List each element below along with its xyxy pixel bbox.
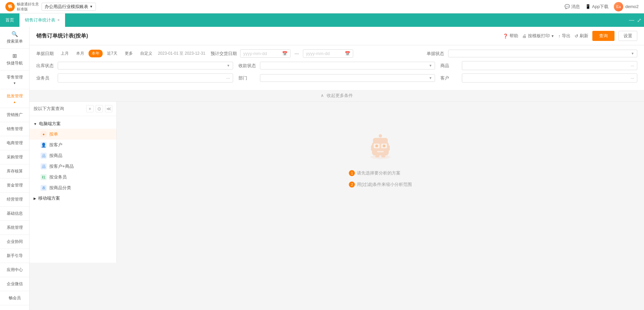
- collapse-bar[interactable]: ∧ 收起更多条件: [30, 90, 644, 101]
- sidebar-item-inventory[interactable]: 库存核算: [0, 164, 29, 178]
- tree-child-by-category[interactable]: 表 按商品分类: [30, 183, 116, 193]
- sidebar-item-system[interactable]: 系统管理: [0, 221, 29, 235]
- ship-status-select[interactable]: ▼: [58, 62, 233, 69]
- page-title: 销售订单统计表(按单): [36, 33, 88, 40]
- tree-arrow-icon: ▼: [34, 122, 37, 126]
- sidebar-item-enterprise[interactable]: 企业协同: [0, 235, 29, 249]
- page-actions: ❓ 帮助 🖨 按模板打印 ▼ ↑ 导出 ↺ 刷新 查询 设置: [503, 31, 637, 41]
- search-icon: 🔍: [11, 31, 18, 37]
- tree-child-by-customer[interactable]: 👤 按客户: [30, 140, 116, 150]
- tree-child-by-product[interactable]: 品 按商品: [30, 150, 116, 161]
- sidebar-item-basic[interactable]: 基础信息: [0, 207, 29, 221]
- app-download-btn[interactable]: 📱 App下载: [585, 4, 608, 10]
- doc-status-select[interactable]: ▼: [448, 50, 637, 57]
- btn-custom[interactable]: 自定义: [137, 50, 155, 57]
- sidebar-item-sales[interactable]: 销售管理: [0, 122, 29, 136]
- by-customer-product-icon: 品: [41, 163, 47, 169]
- by-category-icon: 表: [41, 185, 47, 191]
- sidebar-item-wholesale[interactable]: 批发管理 ▲: [0, 89, 29, 108]
- print-chevron-icon: ▼: [551, 34, 554, 38]
- settings-button[interactable]: 设置: [619, 31, 637, 41]
- by-customer-icon: 👤: [41, 142, 47, 148]
- tab-bar-actions: — ⤢: [629, 17, 644, 23]
- chevron-down-icon: ▼: [429, 64, 432, 67]
- tree-parent-mobile[interactable]: ▶ 移动端方案: [30, 193, 116, 203]
- btn-this-year[interactable]: 本年: [89, 50, 103, 57]
- sidebar-item-operations[interactable]: 经营管理: [0, 193, 29, 207]
- collapse-panel-icon[interactable]: ≪: [105, 105, 112, 112]
- expected-date-start[interactable]: yyyy-mm-dd 📅: [240, 49, 290, 58]
- sidebar-item-wechat[interactable]: 企业微信: [0, 277, 29, 291]
- salesman-label: 业务员: [36, 75, 55, 81]
- sidebar-item-ecommerce[interactable]: 电商管理: [0, 136, 29, 150]
- sidebar-item-purchase[interactable]: 采购管理: [0, 150, 29, 164]
- avatar: Ea: [614, 2, 623, 11]
- ship-status-label: 出库状态: [36, 63, 55, 69]
- department-select[interactable]: ▼: [260, 74, 435, 82]
- page-header: 销售订单统计表(按单) ❓ 帮助 🖨 按模板打印 ▼ ↑ 导出 ↺ 刷新: [30, 27, 644, 45]
- tab-minimize-icon[interactable]: —: [629, 17, 634, 23]
- customer-input[interactable]: ···: [462, 73, 637, 83]
- help-btn[interactable]: ❓ 帮助: [503, 33, 518, 39]
- svg-point-12: [379, 134, 382, 138]
- customer-label: 客户: [440, 75, 459, 81]
- tab-home[interactable]: 首页: [0, 13, 19, 27]
- svg-point-0: [370, 155, 390, 159]
- filter-panel: 单据日期 上月 本月 本年 近7天 更多 自定义 2023-01-01 至 20…: [30, 45, 644, 90]
- export-btn[interactable]: ↑ 导出: [558, 33, 571, 39]
- sidebar-item-member[interactable]: 畅会员: [0, 291, 29, 305]
- tab-sales-order-stats[interactable]: 销售订单统计表 ×: [19, 13, 65, 27]
- add-scheme-icon[interactable]: +: [86, 105, 94, 112]
- right-content: 1 请先选择要分析的方案 2 用[过滤]条件来缩小分析范围: [117, 102, 644, 263]
- btn-last7[interactable]: 近7天: [104, 50, 120, 57]
- logo-text: 畅捷通好生意 标准版: [17, 2, 39, 11]
- edit-scheme-icon[interactable]: ⊙: [96, 105, 103, 112]
- tab-maximize-icon[interactable]: ⤢: [637, 17, 641, 23]
- tree-child-by-customer-product[interactable]: 品 按客户+商品: [30, 161, 116, 172]
- refresh-icon: ↺: [575, 34, 578, 39]
- calendar-icon-2: 📅: [345, 51, 350, 56]
- ellipsis-icon: ···: [631, 75, 634, 81]
- sidebar-item-newbie[interactable]: 新手引导: [0, 249, 29, 263]
- print-icon: 🖨: [522, 34, 527, 39]
- doc-status-group: 单据状态 ▼: [427, 50, 637, 57]
- collect-status-select[interactable]: ▼: [260, 62, 435, 69]
- tab-bar: 首页 销售订单统计表 × — ⤢: [0, 13, 644, 27]
- expected-date-group: 预计交货日期 yyyy-mm-dd 📅 — yyyy-mm-dd 📅: [211, 49, 421, 58]
- sidebar-item-retail[interactable]: 零售管理 ▼: [0, 70, 29, 89]
- empty-illustration: [364, 128, 397, 162]
- tree-parent-pc[interactable]: ▼ 电脑端方案: [30, 119, 116, 129]
- sidebar-item-appcenter[interactable]: 应用中心: [0, 263, 29, 277]
- refresh-btn[interactable]: ↺ 刷新: [575, 33, 588, 39]
- sidebar-item-shortcut[interactable]: ⊞ 快捷导航: [0, 49, 29, 70]
- sidebar-item-search[interactable]: 🔍 搜索菜单: [0, 27, 29, 49]
- expected-date-end[interactable]: yyyy-mm-dd 📅: [303, 49, 353, 58]
- left-panel-title: 按以下方案查询: [34, 106, 64, 112]
- app-title[interactable]: 办公用品行业模拟账表 ▼: [42, 3, 96, 11]
- btn-this-month[interactable]: 本月: [73, 50, 87, 57]
- message-btn[interactable]: 💬 消息: [565, 4, 580, 10]
- tree-child-by-salesman[interactable]: 柱 按业务员: [30, 172, 116, 183]
- btn-last-month[interactable]: 上月: [58, 50, 72, 57]
- user-menu[interactable]: Ea demo2: [614, 2, 639, 11]
- query-button[interactable]: 查询: [592, 31, 614, 41]
- content-area: 销售订单统计表(按单) ❓ 帮助 🖨 按模板打印 ▼ ↑ 导出 ↺ 刷新: [30, 27, 644, 310]
- message-icon: 💬: [565, 4, 570, 9]
- chevron-down-icon: ▼: [429, 76, 432, 80]
- salesman-input[interactable]: ···: [58, 73, 233, 83]
- product-input[interactable]: ···: [462, 61, 637, 70]
- tab-close-icon[interactable]: ×: [57, 18, 60, 22]
- sidebar-item-finance[interactable]: 资金管理: [0, 178, 29, 193]
- print-btn[interactable]: 🖨 按模板打印 ▼: [522, 33, 554, 39]
- sidebar-item-marketing[interactable]: 营销推广: [0, 108, 29, 122]
- filter-row-1: 单据日期 上月 本月 本年 近7天 更多 自定义 2023-01-01 至 20…: [36, 49, 637, 58]
- expected-date-label: 预计交货日期: [211, 51, 237, 57]
- help-icon: ❓: [503, 34, 508, 39]
- hint-num-1: 1: [349, 170, 355, 176]
- ellipsis-icon: ···: [631, 63, 634, 68]
- btn-more[interactable]: 更多: [122, 50, 136, 57]
- chevron-down-icon: ▼: [631, 52, 634, 55]
- grid-icon: ⊞: [12, 53, 17, 59]
- tree-child-by-order[interactable]: ● 按单: [30, 129, 116, 140]
- chevron-up-icon: ▲: [13, 100, 16, 104]
